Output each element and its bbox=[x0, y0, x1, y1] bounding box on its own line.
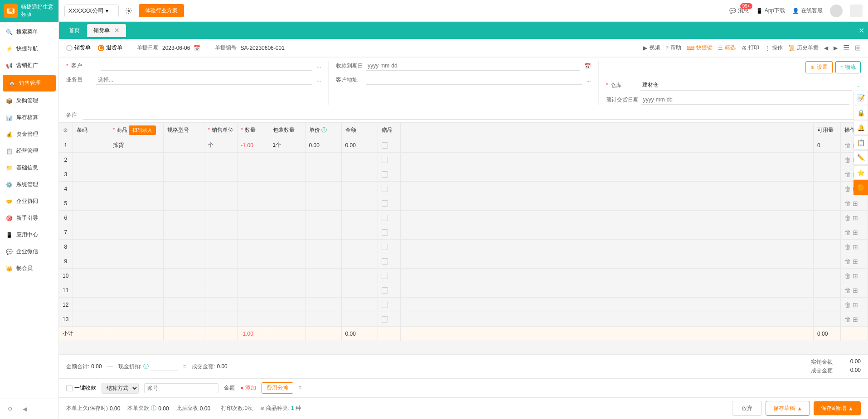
sidebar-item-system[interactable]: ⚙️ 系统管理 bbox=[0, 176, 58, 193]
row-1-delete-button[interactable]: 🗑 bbox=[844, 142, 851, 149]
row-12-amount[interactable] bbox=[341, 298, 378, 312]
payment-help-icon[interactable]: ? bbox=[299, 385, 302, 391]
row-5-amount[interactable] bbox=[341, 196, 378, 211]
one-click-checkbox[interactable] bbox=[66, 385, 73, 391]
cash-discount-input[interactable] bbox=[150, 362, 178, 371]
sidebar-item-purchase[interactable]: 📦 采购管理 bbox=[0, 92, 58, 109]
expected-date-input[interactable] bbox=[641, 95, 849, 105]
row-7-gift-checkbox[interactable] bbox=[382, 229, 388, 236]
trial-button[interactable]: 体验行业方案 bbox=[139, 4, 184, 17]
row-4-qty[interactable] bbox=[237, 182, 269, 196]
video-button[interactable]: ▶ 视频 bbox=[643, 44, 660, 52]
row-10-product[interactable] bbox=[109, 269, 163, 283]
row-1-qty[interactable]: -1.00 bbox=[237, 138, 269, 153]
row-10-gift[interactable] bbox=[378, 269, 400, 283]
row-11-barcode[interactable] bbox=[73, 283, 109, 298]
row-12-gift[interactable] bbox=[378, 298, 400, 312]
row-1-barcode[interactable] bbox=[73, 138, 109, 153]
sidebar-item-sales[interactable]: 🏠 销售管理 bbox=[3, 75, 56, 92]
row-9-delete-button[interactable]: 🗑 bbox=[844, 258, 851, 265]
discard-button[interactable]: 放弃 bbox=[732, 401, 762, 416]
float-btn-3[interactable]: 🔔 bbox=[853, 120, 868, 135]
nav-prev-icon[interactable]: ◀ bbox=[824, 45, 828, 51]
row-4-gift-checkbox[interactable] bbox=[382, 186, 388, 192]
row-10-barcode[interactable] bbox=[73, 269, 109, 283]
row-8-delete-button[interactable]: 🗑 bbox=[844, 243, 851, 250]
row-5-delete-button[interactable]: 🗑 bbox=[844, 200, 851, 207]
row-10-copy-button[interactable]: ⊞ bbox=[853, 272, 858, 279]
row-13-qty[interactable] bbox=[237, 312, 269, 327]
float-btn-7[interactable]: 🟠 bbox=[853, 180, 868, 195]
row-13-copy-button[interactable]: ⊞ bbox=[853, 316, 858, 323]
row-2-barcode[interactable] bbox=[73, 153, 109, 167]
row-6-spec[interactable] bbox=[163, 211, 204, 225]
sidebar-item-weixin[interactable]: 💬 企业微信 bbox=[0, 243, 58, 260]
col-settings-icon[interactable]: ⚙ bbox=[63, 127, 68, 134]
row-12-pack[interactable] bbox=[269, 298, 305, 312]
row-2-amount[interactable] bbox=[341, 153, 378, 167]
sidebar-item-search[interactable]: 🔍 搜索菜单 bbox=[0, 24, 58, 40]
row-2-unit[interactable] bbox=[204, 153, 237, 167]
row-13-product[interactable] bbox=[109, 312, 163, 327]
salesperson-dots[interactable]: ... bbox=[316, 77, 321, 83]
row-9-gift[interactable] bbox=[378, 254, 400, 269]
row-3-gift-checkbox[interactable] bbox=[382, 171, 388, 178]
row-3-barcode[interactable] bbox=[73, 167, 109, 182]
sidebar-item-member[interactable]: 👑 畅会员 bbox=[0, 260, 58, 277]
row-8-unit[interactable] bbox=[204, 240, 237, 254]
row-3-price[interactable] bbox=[305, 167, 341, 182]
row-6-barcode[interactable] bbox=[73, 211, 109, 225]
row-3-unit[interactable] bbox=[204, 167, 237, 182]
tab-close-icon[interactable]: ✕ bbox=[114, 27, 120, 34]
row-7-unit[interactable] bbox=[204, 225, 237, 240]
row-8-price[interactable] bbox=[305, 240, 341, 254]
message-button[interactable]: 💬 消息 99+ bbox=[729, 7, 749, 14]
row-11-product[interactable] bbox=[109, 283, 163, 298]
row-13-price[interactable] bbox=[305, 312, 341, 327]
row-6-gift[interactable] bbox=[378, 211, 400, 225]
row-10-pack[interactable] bbox=[269, 269, 305, 283]
filter-button[interactable]: ☰ 筛选 bbox=[718, 44, 736, 52]
row-12-product[interactable] bbox=[109, 298, 163, 312]
row-11-price[interactable] bbox=[305, 283, 341, 298]
row-12-gift-checkbox[interactable] bbox=[382, 302, 388, 308]
row-2-gift[interactable] bbox=[378, 153, 400, 167]
row-11-spec[interactable] bbox=[163, 283, 204, 298]
sidebar-item-app-center[interactable]: 📱 应用中心 bbox=[0, 226, 58, 243]
row-5-unit[interactable] bbox=[204, 196, 237, 211]
row-4-barcode[interactable] bbox=[73, 182, 109, 196]
row-5-gift[interactable] bbox=[378, 196, 400, 211]
row-7-spec[interactable] bbox=[163, 225, 204, 240]
row-12-delete-button[interactable]: 🗑 bbox=[844, 301, 851, 308]
tab-bar-close-button[interactable]: ✕ bbox=[858, 26, 864, 35]
row-7-pack[interactable] bbox=[269, 225, 305, 240]
row-13-amount[interactable] bbox=[341, 312, 378, 327]
row-2-delete-button[interactable]: 🗑 bbox=[844, 156, 851, 164]
row-8-amount[interactable] bbox=[341, 240, 378, 254]
row-8-qty[interactable] bbox=[237, 240, 269, 254]
app-download-button[interactable]: 📱 App下载 bbox=[756, 7, 785, 14]
row-3-pack[interactable] bbox=[269, 167, 305, 182]
view-list-icon[interactable]: ☰ bbox=[843, 43, 849, 52]
row-8-pack[interactable] bbox=[269, 240, 305, 254]
row-7-delete-button[interactable]: 🗑 bbox=[844, 229, 851, 236]
row-2-price[interactable] bbox=[305, 153, 341, 167]
row-12-unit[interactable] bbox=[204, 298, 237, 312]
row-1-unit[interactable]: 个 bbox=[204, 138, 237, 153]
save-new-button[interactable]: 保存&新增 ▲ bbox=[814, 401, 861, 415]
row-12-barcode[interactable] bbox=[73, 298, 109, 312]
row-11-copy-button[interactable]: ⊞ bbox=[853, 287, 858, 294]
row-11-pack[interactable] bbox=[269, 283, 305, 298]
row-5-spec[interactable] bbox=[163, 196, 204, 211]
row-9-pack[interactable] bbox=[269, 254, 305, 269]
row-9-amount[interactable] bbox=[341, 254, 378, 269]
row-7-qty[interactable] bbox=[237, 225, 269, 240]
row-6-unit[interactable] bbox=[204, 211, 237, 225]
user-avatar[interactable] bbox=[830, 5, 843, 17]
cash-discount-info-icon[interactable]: ⓘ bbox=[143, 363, 149, 371]
row-9-spec[interactable] bbox=[163, 254, 204, 269]
sidebar-item-inventory[interactable]: 📊 库存核算 bbox=[0, 109, 58, 126]
user-more-button[interactable] bbox=[850, 5, 863, 17]
row-8-gift[interactable] bbox=[378, 240, 400, 254]
row-7-copy-button[interactable]: ⊞ bbox=[853, 229, 858, 236]
